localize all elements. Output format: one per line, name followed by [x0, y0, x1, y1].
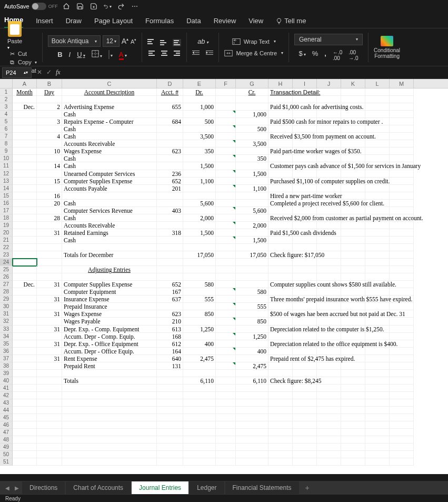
cell[interactable]	[216, 362, 236, 370]
row-header[interactable]: 27	[0, 281, 13, 288]
cell[interactable]	[157, 125, 183, 133]
tab-formulas[interactable]: Formulas	[145, 14, 174, 28]
cell[interactable]: Day	[37, 88, 62, 96]
cell[interactable]	[216, 333, 236, 340]
cell[interactable]	[62, 370, 157, 377]
cell[interactable]: 655	[157, 103, 183, 111]
cell[interactable]	[13, 326, 37, 333]
cell[interactable]	[216, 288, 236, 296]
cell[interactable]	[157, 436, 183, 444]
cell[interactable]: Customer pays cash advance of $1,500 for…	[268, 162, 293, 170]
cell[interactable]	[317, 185, 341, 192]
row-header[interactable]: 10	[0, 155, 13, 162]
cell[interactable]	[365, 429, 390, 436]
cell[interactable]: Cr.	[236, 88, 268, 96]
cell[interactable]	[13, 111, 37, 118]
cell[interactable]: 3,500	[236, 140, 268, 147]
cell[interactable]: 236	[157, 170, 183, 178]
cell[interactable]	[293, 207, 317, 214]
cell[interactable]	[293, 421, 317, 429]
table-row[interactable]: 46	[0, 421, 448, 429]
cell[interactable]	[183, 333, 216, 340]
cell[interactable]: 31	[37, 310, 62, 318]
cell[interactable]	[183, 362, 216, 370]
cell[interactable]	[183, 370, 216, 377]
cell[interactable]: Transaction Detail:	[268, 88, 293, 96]
cell[interactable]: Wages Expense	[62, 147, 157, 155]
cell[interactable]	[293, 458, 317, 466]
table-row[interactable]: 3Dec.2Advertising Expense6551,000Paid $1…	[0, 103, 448, 111]
cell[interactable]	[293, 392, 317, 399]
cell[interactable]	[268, 222, 293, 229]
cell[interactable]	[390, 237, 414, 244]
cell[interactable]	[390, 111, 414, 118]
cell[interactable]	[236, 229, 268, 237]
cell[interactable]	[216, 451, 236, 458]
cell[interactable]: Prepaid Rent	[62, 362, 157, 370]
cell[interactable]	[341, 273, 365, 281]
table-row[interactable]: 1620Cash5,600Completed a project receive…	[0, 200, 448, 207]
cell[interactable]	[293, 155, 317, 162]
table-row[interactable]: 45	[0, 414, 448, 421]
cell[interactable]	[390, 444, 414, 451]
cell[interactable]	[216, 140, 236, 147]
cell[interactable]	[365, 385, 390, 392]
cell[interactable]	[157, 303, 183, 310]
cell[interactable]	[365, 370, 390, 377]
cell[interactable]	[341, 436, 365, 444]
cell[interactable]	[341, 125, 365, 133]
increase-decimal-button[interactable]: ←.0.00	[333, 50, 342, 61]
table-row[interactable]: 6Cash500	[0, 125, 448, 133]
cell[interactable]	[183, 111, 216, 118]
cell[interactable]: Wages Expense	[62, 310, 157, 318]
row-header[interactable]: 7	[0, 133, 13, 140]
cell[interactable]	[293, 370, 317, 377]
cell[interactable]	[37, 244, 62, 251]
cell[interactable]	[365, 333, 390, 340]
cell[interactable]	[37, 266, 62, 273]
cell[interactable]	[37, 399, 62, 407]
cell[interactable]	[268, 421, 293, 429]
table-row[interactable]: 23Totals for December17,05017,050Check f…	[0, 251, 448, 259]
cell[interactable]: Computer Supplies Expense	[62, 178, 157, 185]
cell[interactable]	[216, 118, 236, 125]
cell[interactable]: Cash	[62, 200, 157, 207]
cell[interactable]	[216, 237, 236, 244]
cell[interactable]	[390, 125, 414, 133]
cell[interactable]: 623	[157, 147, 183, 155]
cell[interactable]	[365, 103, 390, 111]
cell[interactable]: 613	[157, 326, 183, 333]
cell[interactable]	[216, 155, 236, 162]
cell[interactable]: Advertising Expense	[62, 103, 157, 111]
cell[interactable]	[183, 237, 216, 244]
cell[interactable]	[216, 421, 236, 429]
table-row[interactable]: 19Accounts Receivable2,000	[0, 222, 448, 229]
sheet-nav-prev[interactable]: ◀	[3, 485, 12, 491]
table-row[interactable]: 3331Depr. Exp. - Comp. Equipment6131,250…	[0, 326, 448, 333]
row-header[interactable]: 19	[0, 222, 13, 229]
cell[interactable]	[341, 237, 365, 244]
cell[interactable]	[13, 370, 37, 377]
cell[interactable]	[183, 244, 216, 251]
cell[interactable]	[390, 385, 414, 392]
cell[interactable]	[13, 118, 37, 125]
name-box[interactable]: P24▴▾	[2, 67, 32, 78]
table-row[interactable]: 32Wages Payable210850	[0, 318, 448, 325]
autosave-toggle[interactable]: AutoSave OFF	[4, 3, 58, 10]
cell[interactable]: Accounts Receivable	[62, 140, 157, 147]
font-color-button[interactable]: A▾	[119, 51, 127, 58]
cell[interactable]	[341, 444, 365, 451]
cell[interactable]	[365, 111, 390, 118]
row-header[interactable]: 29	[0, 296, 13, 303]
cell[interactable]	[37, 318, 62, 325]
cell[interactable]	[341, 259, 365, 266]
cell[interactable]	[390, 377, 414, 385]
cell[interactable]	[216, 266, 236, 273]
cell[interactable]	[13, 451, 37, 458]
tab-draw[interactable]: Draw	[66, 14, 82, 28]
cell[interactable]	[216, 407, 236, 414]
cell[interactable]	[183, 222, 216, 229]
cell[interactable]	[157, 222, 183, 229]
cell[interactable]	[317, 318, 341, 325]
row-header[interactable]: 31	[0, 310, 13, 318]
